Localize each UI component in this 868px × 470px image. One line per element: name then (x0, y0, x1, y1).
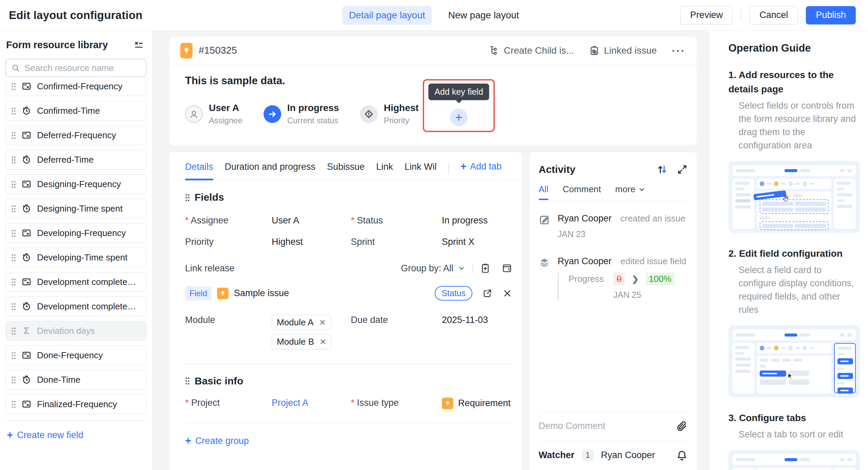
status-badge[interactable]: Status (435, 286, 472, 301)
resource-item[interactable]: Finalized-Frequency (5, 394, 146, 414)
add-key-field-highlight: Add key field + (423, 79, 495, 132)
close-icon[interactable] (502, 288, 512, 299)
expand-icon[interactable] (677, 164, 688, 175)
resource-item[interactable]: Developing-Frequency (5, 223, 146, 243)
fields-section-title: Fields (195, 192, 224, 203)
resource-item[interactable]: Deferred-Frequency (5, 125, 146, 145)
project-label: Project (185, 398, 272, 408)
resource-item[interactable]: Development completed-... (5, 296, 146, 316)
board-view-icon[interactable] (502, 263, 512, 274)
tab-link[interactable]: Link (376, 162, 393, 180)
cursor-hand-icon (782, 195, 790, 202)
drag-handle-icon[interactable] (11, 229, 16, 237)
add-key-field-button[interactable]: + (450, 109, 468, 126)
activity-event: Ryan Cooper created an issue JAN 23 (539, 213, 688, 239)
drag-handle-icon[interactable] (11, 83, 16, 90)
event-user[interactable]: Ryan Cooper (558, 213, 612, 224)
tab-new-page-layout[interactable]: New page layout (441, 6, 526, 25)
add-tab-button[interactable]: Add tab (460, 161, 502, 180)
cancel-button[interactable]: Cancel (749, 6, 798, 24)
frequency-field-icon (21, 130, 32, 140)
remove-chip-icon[interactable]: ✕ (320, 337, 326, 347)
time-field-icon (21, 375, 32, 385)
tab-details[interactable]: Details (185, 162, 213, 180)
field-value-status[interactable]: In progress (442, 215, 512, 226)
linked-issue-button[interactable]: Linked issue (589, 45, 657, 56)
field-value-priority[interactable]: Highest (272, 237, 351, 247)
create-group-button[interactable]: Create group (185, 435, 512, 447)
clipboard-add-icon[interactable] (480, 263, 491, 274)
event-date: JAN 23 (558, 229, 688, 239)
drag-handle-icon[interactable] (11, 107, 16, 115)
search-input[interactable] (24, 63, 141, 73)
create-child-issue-button[interactable]: Create Child is... (489, 45, 574, 56)
frequency-field-icon (21, 277, 32, 287)
comment-input[interactable] (539, 421, 669, 431)
resource-item[interactable]: Deferred-Time (5, 150, 146, 169)
operation-guide-panel: Operation Guide 1. Add resources to the … (709, 31, 868, 470)
resource-item[interactable]: Designing-Frequency (5, 174, 146, 194)
resource-item[interactable]: Confirmed-Time (5, 101, 146, 121)
preview-button[interactable]: Preview (680, 6, 733, 24)
resource-item[interactable]: Done-Frequency (5, 345, 146, 365)
open-in-new-icon[interactable] (482, 288, 493, 299)
field-value-assignee[interactable]: User A (272, 215, 351, 226)
time-field-icon (21, 301, 32, 311)
publish-button[interactable]: Publish (806, 6, 856, 24)
event-user[interactable]: Ryan Cooper (558, 256, 612, 267)
create-new-field-button[interactable]: Create new field (7, 430, 146, 441)
drag-handle-icon[interactable] (11, 400, 16, 408)
drag-handle-icon[interactable] (11, 376, 16, 384)
frequency-field-icon (21, 83, 32, 91)
remove-chip-icon[interactable]: ✕ (319, 318, 326, 327)
collapse-panel-icon[interactable] (133, 40, 144, 51)
drag-handle-icon[interactable] (11, 205, 16, 213)
tab-link-wil[interactable]: Link Wil (404, 162, 437, 180)
drag-handle-icon[interactable] (185, 194, 190, 201)
resource-item[interactable]: Confirmed-Frequency (5, 83, 146, 96)
time-field-icon (21, 203, 32, 214)
resource-item[interactable]: Designing-Time spent (5, 199, 146, 218)
key-field-assignee: User A Assignee (185, 103, 242, 125)
sample-issue-title[interactable]: Sample issue (234, 288, 289, 299)
event-action: created an issue (620, 213, 685, 224)
tab-duration-and-progress[interactable]: Duration and progress (225, 162, 315, 180)
drag-handle-icon[interactable] (11, 351, 16, 359)
due-date-value[interactable]: 2025-11-03 (442, 315, 512, 325)
field-value-sprint[interactable]: Sprint X (442, 237, 512, 247)
more-actions-icon[interactable]: ··· (672, 45, 686, 56)
more-dropdown[interactable]: more (615, 184, 646, 200)
time-field-icon (21, 252, 32, 263)
add-key-field-tooltip: Add key field (428, 84, 489, 100)
layout-tab-switch: Detail page layout New page layout (342, 6, 526, 25)
drag-handle-icon[interactable] (11, 303, 16, 310)
group-by-dropdown[interactable]: Group by: All (401, 263, 466, 274)
tab-comment[interactable]: Comment (563, 184, 601, 200)
resource-item[interactable]: Done-Time (5, 370, 146, 390)
drag-handle-icon[interactable] (11, 254, 16, 261)
top-bar: Edit layout configuration Detail page la… (0, 0, 868, 31)
requirement-icon (442, 398, 453, 409)
resource-item-disabled: Σ Deviation days (5, 321, 146, 341)
drag-handle-icon[interactable] (11, 180, 16, 188)
tab-subissue[interactable]: Subissue (327, 162, 365, 180)
resource-item[interactable]: Development completed-... (5, 272, 146, 292)
notification-bell-icon[interactable] (676, 450, 688, 461)
watcher-name[interactable]: Ryan Cooper (601, 450, 655, 460)
tab-detail-page-layout[interactable]: Detail page layout (342, 6, 432, 25)
event-action: edited issue field (620, 256, 686, 267)
frequency-field-icon (21, 350, 32, 360)
priority-icon (360, 105, 378, 123)
attachment-icon[interactable] (676, 420, 688, 432)
drag-handle-icon[interactable] (11, 278, 16, 286)
drag-handle-icon[interactable] (11, 131, 16, 139)
resource-item[interactable]: Developing-Time spent (5, 248, 146, 267)
tab-all[interactable]: All (539, 184, 548, 200)
project-value-link[interactable]: Project A (272, 398, 351, 408)
drag-handle-icon[interactable] (185, 377, 190, 385)
sort-order-icon[interactable] (656, 164, 668, 175)
guide-step-1: 1. Add resources to the details page Sel… (728, 68, 860, 233)
drag-handle-icon (11, 327, 16, 335)
drag-handle-icon[interactable] (11, 156, 16, 164)
basic-info-grid: Project Project A Issue type Requirement (185, 398, 512, 409)
